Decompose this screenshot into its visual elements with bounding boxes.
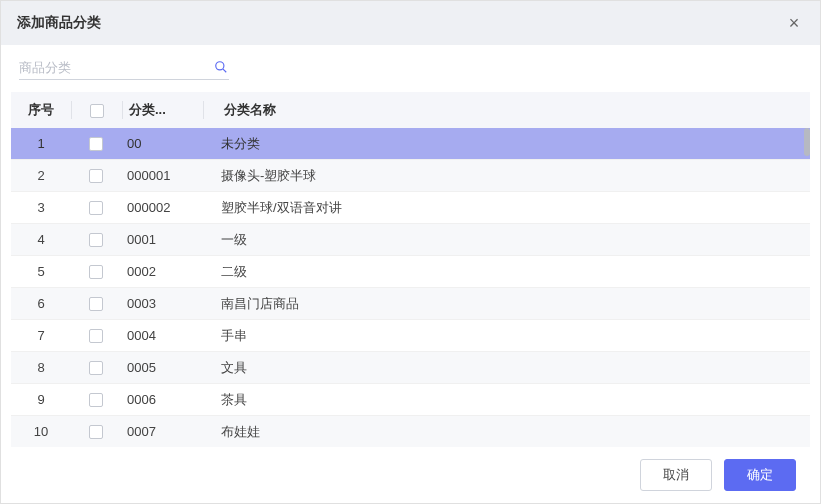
modal-title: 添加商品分类: [17, 14, 101, 32]
cell-index: 10: [11, 424, 71, 439]
cell-index: 6: [11, 296, 71, 311]
cell-checkbox: [71, 168, 121, 184]
search-field-wrap: [19, 59, 229, 80]
cell-code: 0005: [121, 360, 201, 375]
cell-code: 000001: [121, 168, 201, 183]
row-checkbox[interactable]: [89, 137, 103, 151]
cell-code: 0002: [121, 264, 201, 279]
cell-code: 0006: [121, 392, 201, 407]
cell-index: 9: [11, 392, 71, 407]
cell-name: 文具: [201, 359, 810, 377]
table-header-row: 序号 分类... 分类名称: [11, 92, 810, 128]
table-row[interactable]: 50002二级: [11, 256, 810, 288]
row-checkbox[interactable]: [89, 169, 103, 183]
table-row[interactable]: 2000001摄像头-塑胶半球: [11, 160, 810, 192]
cell-code: 0007: [121, 424, 201, 439]
row-checkbox[interactable]: [89, 361, 103, 375]
cell-name: 手串: [201, 327, 810, 345]
cell-name: 布娃娃: [201, 423, 810, 441]
cell-name: 二级: [201, 263, 810, 281]
row-checkbox[interactable]: [89, 265, 103, 279]
table-row[interactable]: 80005文具: [11, 352, 810, 384]
svg-point-0: [216, 62, 224, 70]
row-checkbox[interactable]: [89, 297, 103, 311]
cell-index: 5: [11, 264, 71, 279]
table-row[interactable]: 70004手串: [11, 320, 810, 352]
cell-index: 7: [11, 328, 71, 343]
cell-checkbox: [71, 392, 121, 408]
table: 序号 分类... 分类名称 100未分类2000001摄像头-塑胶半球30000…: [1, 92, 820, 447]
header-checkbox-cell: [72, 102, 122, 118]
row-checkbox[interactable]: [89, 233, 103, 247]
select-all-checkbox[interactable]: [90, 104, 104, 118]
cell-index: 3: [11, 200, 71, 215]
search-icon[interactable]: [213, 59, 229, 75]
cell-checkbox: [71, 264, 121, 280]
confirm-button[interactable]: 确定: [724, 459, 796, 491]
cell-checkbox: [71, 360, 121, 376]
cell-code: 000002: [121, 200, 201, 215]
cell-index: 8: [11, 360, 71, 375]
add-category-modal: 添加商品分类 × 序号 分类... 分类名称 100未分类2000001摄像头-…: [0, 0, 821, 504]
row-checkbox[interactable]: [89, 329, 103, 343]
row-checkbox[interactable]: [89, 393, 103, 407]
cell-name: 摄像头-塑胶半球: [201, 167, 810, 185]
row-checkbox[interactable]: [89, 201, 103, 215]
cancel-button[interactable]: 取消: [640, 459, 712, 491]
table-row[interactable]: 90006茶具: [11, 384, 810, 416]
modal-header: 添加商品分类 ×: [1, 1, 820, 45]
cell-index: 1: [11, 136, 71, 151]
cell-index: 2: [11, 168, 71, 183]
table-row[interactable]: 60003南昌门店商品: [11, 288, 810, 320]
cell-checkbox: [71, 296, 121, 312]
cell-code: 0003: [121, 296, 201, 311]
cell-checkbox: [71, 424, 121, 440]
cell-checkbox: [71, 232, 121, 248]
close-button[interactable]: ×: [784, 13, 804, 33]
cell-name: 茶具: [201, 391, 810, 409]
header-name: 分类名称: [204, 101, 810, 119]
table-row[interactable]: 40001一级: [11, 224, 810, 256]
modal-footer: 取消 确定: [1, 447, 820, 503]
table-row[interactable]: 3000002塑胶半球/双语音对讲: [11, 192, 810, 224]
header-code: 分类...: [123, 101, 203, 119]
cell-index: 4: [11, 232, 71, 247]
scrollbar-thumb[interactable]: [804, 128, 810, 156]
cell-name: 一级: [201, 231, 810, 249]
search-row: [1, 45, 820, 92]
cell-checkbox: [71, 200, 121, 216]
header-index: 序号: [11, 101, 71, 119]
table-row[interactable]: 100007布娃娃: [11, 416, 810, 447]
search-input[interactable]: [19, 60, 213, 75]
cell-name: 未分类: [201, 135, 810, 153]
cell-code: 0001: [121, 232, 201, 247]
cell-name: 塑胶半球/双语音对讲: [201, 199, 810, 217]
cell-code: 0004: [121, 328, 201, 343]
cell-name: 南昌门店商品: [201, 295, 810, 313]
close-icon: ×: [789, 13, 800, 34]
cell-checkbox: [71, 328, 121, 344]
cell-code: 00: [121, 136, 201, 151]
table-row[interactable]: 100未分类: [11, 128, 810, 160]
table-body[interactable]: 100未分类2000001摄像头-塑胶半球3000002塑胶半球/双语音对讲40…: [11, 128, 810, 447]
svg-line-1: [223, 69, 226, 72]
cell-checkbox: [71, 136, 121, 152]
row-checkbox[interactable]: [89, 425, 103, 439]
